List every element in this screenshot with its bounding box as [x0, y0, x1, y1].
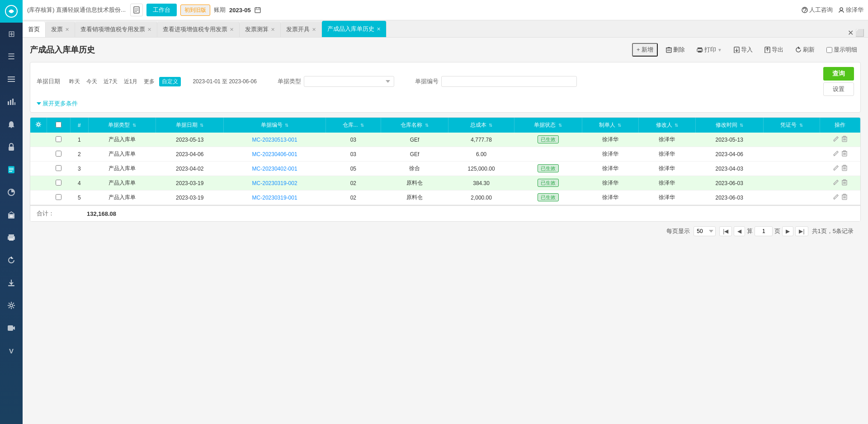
row-delete-icon-0[interactable]	[842, 136, 847, 143]
sidebar-item-bell[interactable]	[0, 113, 23, 136]
type-filter-select[interactable]: 产品入库单	[304, 76, 394, 87]
row-edit-icon-0[interactable]	[833, 136, 839, 143]
th-checkbox[interactable]	[47, 118, 70, 133]
row-warehouse-code-4: 02	[326, 191, 381, 205]
tab-invoices[interactable]: 发票 ✕	[46, 22, 75, 37]
first-page-button[interactable]: |◀	[719, 226, 732, 236]
row-checkbox-4[interactable]	[47, 191, 70, 205]
th-number[interactable]: 单据编号 ⇅	[224, 118, 326, 133]
shortcut-7days[interactable]: 近7天	[102, 77, 119, 86]
row-number-1[interactable]: MC-20230406-001	[224, 147, 326, 162]
tab-purchase-vat[interactable]: 查看进项增值税专用发票 ✕	[157, 22, 240, 37]
service-button[interactable]: 人工咨询	[802, 6, 833, 14]
sidebar-item-list[interactable]	[0, 68, 23, 91]
filter-date-range[interactable]: 2023-01-01 至 2023-06-06	[193, 78, 256, 86]
th-creator[interactable]: 制单人 ⇅	[582, 118, 639, 133]
show-detail-checkbox[interactable]	[826, 47, 832, 53]
calendar-icon[interactable]	[255, 7, 261, 13]
sidebar-item-download[interactable]	[0, 272, 23, 294]
select-all-checkbox[interactable]	[56, 122, 61, 128]
shortcut-more[interactable]: 更多	[142, 77, 156, 86]
tab-purchase-vat-close[interactable]: ✕	[230, 27, 234, 33]
row-delete-icon-4[interactable]	[842, 194, 847, 201]
tab-invoice-issue-close[interactable]: ✕	[312, 27, 316, 33]
th-settings[interactable]	[30, 118, 47, 133]
tab-home[interactable]: 首页	[23, 22, 46, 37]
row-edit-icon-3[interactable]	[833, 179, 839, 187]
row-edit-icon-1[interactable]	[833, 150, 839, 158]
row-edit-icon-4[interactable]	[833, 194, 839, 201]
workbench-button[interactable]: 工作台	[146, 4, 177, 16]
row-checkbox-1[interactable]	[47, 147, 70, 162]
th-date[interactable]: 单据日期 ⇅	[156, 118, 224, 133]
sidebar-item-v[interactable]: V	[0, 339, 23, 362]
sidebar-item-settings[interactable]	[0, 294, 23, 317]
delete-button[interactable]: 删除	[662, 44, 689, 56]
document-icon[interactable]	[130, 4, 143, 16]
import-button[interactable]: 导入	[730, 44, 756, 56]
row-delete-icon-1[interactable]	[842, 150, 847, 158]
row-number-4[interactable]: MC-20230319-001	[224, 191, 326, 205]
row-gear-1	[30, 147, 47, 162]
sidebar-item-print[interactable]	[0, 226, 23, 249]
row-number-2[interactable]: MC-20230402-001	[224, 162, 326, 176]
row-number-3[interactable]: MC-20230319-002	[224, 176, 326, 191]
th-warehouse-code[interactable]: 仓库... ⇅	[326, 118, 381, 133]
th-type[interactable]: 单据类型 ⇅	[88, 118, 156, 133]
row-edit-icon-2[interactable]	[833, 165, 839, 172]
sidebar-item-menu[interactable]: ☰	[0, 45, 23, 68]
show-detail-checkbox-label[interactable]: 显示明细	[823, 44, 861, 56]
row-delete-icon-2[interactable]	[842, 165, 847, 172]
sidebar-item-home[interactable]: ⊞	[0, 23, 23, 45]
tab-sales-vat[interactable]: 查看销项增值税专用发票 ✕	[75, 22, 157, 37]
th-status[interactable]: 单据状态 ⇅	[514, 118, 582, 133]
shortcut-yesterday[interactable]: 昨天	[67, 77, 82, 86]
sidebar-item-analytics[interactable]	[0, 91, 23, 113]
set-button[interactable]: 设置	[823, 82, 854, 96]
per-page-select[interactable]: 20 50 100	[693, 226, 716, 236]
row-checkbox-2[interactable]	[47, 162, 70, 176]
th-modifier[interactable]: 修改人 ⇅	[639, 118, 696, 133]
sidebar-item-package[interactable]	[0, 204, 23, 226]
sidebar-item-chart[interactable]	[0, 181, 23, 204]
print-button[interactable]: 打印 ▼	[693, 44, 726, 56]
switch-period-button[interactable]: 初到旧版	[180, 5, 210, 16]
row-checkbox-3[interactable]	[47, 176, 70, 191]
prev-page-button[interactable]: ◀	[734, 226, 745, 236]
tab-invoice-calc[interactable]: 发票测算 ✕	[240, 22, 281, 37]
tab-product-history-close[interactable]: ✕	[377, 26, 381, 32]
company-selector[interactable]: (库存核算) 直播轻娱通信息技术股份... ▼	[27, 6, 127, 14]
sidebar-item-video[interactable]	[0, 317, 23, 339]
tab-invoices-close[interactable]: ✕	[65, 27, 69, 33]
user-menu[interactable]: 徐泽华	[838, 6, 863, 14]
shortcut-custom[interactable]: 自定义	[159, 77, 181, 86]
shortcut-today[interactable]: 今天	[85, 77, 99, 86]
tab-sales-vat-close[interactable]: ✕	[147, 27, 151, 33]
sidebar-item-sync[interactable]	[0, 249, 23, 272]
shortcut-1month[interactable]: 近1月	[122, 77, 140, 86]
expand-conditions-button[interactable]: 展开更多条件	[37, 100, 78, 108]
row-delete-icon-3[interactable]	[842, 179, 847, 187]
refresh-button[interactable]: 刷新	[792, 44, 818, 56]
tab-invoice-calc-close[interactable]: ✕	[271, 27, 275, 33]
tab-product-history[interactable]: 产成品入库单历史 ✕	[322, 21, 387, 37]
th-modify-time[interactable]: 修改时间 ⇅	[695, 118, 763, 133]
tab-maximize-icon[interactable]: ⬜	[855, 29, 864, 37]
tab-close-all-icon[interactable]: ✕	[848, 29, 854, 37]
th-warehouse-name[interactable]: 仓库名称 ⇅	[381, 118, 448, 133]
page-input[interactable]	[755, 226, 773, 236]
row-number-0[interactable]: MC-20230513-001	[224, 133, 326, 147]
tab-invoice-issue[interactable]: 发票开具 ✕	[281, 22, 322, 37]
number-filter-input[interactable]	[441, 76, 577, 87]
new-button[interactable]: + 新增	[632, 43, 658, 57]
period-value[interactable]: 2023-05	[229, 7, 251, 14]
export-button[interactable]: 导出	[761, 44, 787, 56]
sidebar-item-invoices[interactable]	[0, 158, 23, 181]
th-voucher[interactable]: 凭证号 ⇅	[763, 118, 820, 133]
last-page-button[interactable]: ▶|	[795, 226, 808, 236]
query-button[interactable]: 查询	[823, 67, 854, 81]
row-checkbox-0[interactable]	[47, 133, 70, 147]
next-page-button[interactable]: ▶	[782, 226, 793, 236]
sidebar-item-lock[interactable]	[0, 136, 23, 158]
th-total-cost[interactable]: 总成本 ⇅	[448, 118, 514, 133]
